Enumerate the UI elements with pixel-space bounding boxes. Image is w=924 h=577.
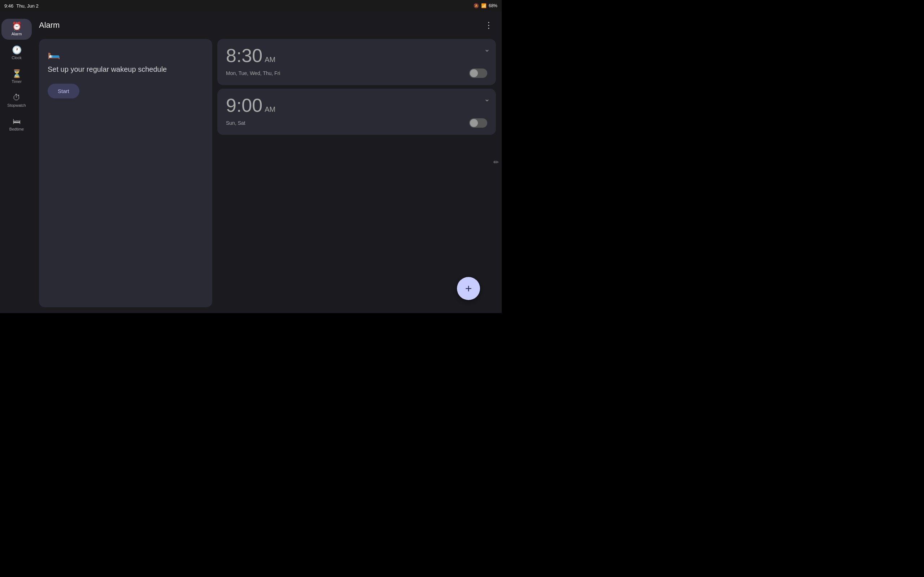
page-header: Alarm ⋮ [39,17,496,35]
main-content: Alarm ⋮ 🛏️ Set up your regular wakeup sc… [33,11,502,313]
app-container: ⏰ Alarm 🕐 Clock ⏳ Timer ⏱ Stopwatch 🛏 Be… [0,11,502,313]
stopwatch-icon: ⏱ [13,94,21,102]
sidebar: ⏰ Alarm 🕐 Clock ⏳ Timer ⏱ Stopwatch 🛏 Be… [0,11,33,313]
alarm-1-expand-icon[interactable]: ⌄ [484,45,490,53]
alarm-card-2: ⌄ 9:00 AM Sun, Sat [217,89,496,135]
sidebar-label-bedtime: Bedtime [10,127,24,131]
sidebar-item-alarm[interactable]: ⏰ Alarm [2,19,32,40]
alarm-1-toggle[interactable] [469,69,487,78]
start-button[interactable]: Start [48,84,79,98]
alarm-1-time: 8:30 [226,46,262,65]
alarm-2-expand-icon[interactable]: ⌄ [484,95,490,103]
sidebar-item-stopwatch[interactable]: ⏱ Stopwatch [2,90,32,111]
wakeup-text: Set up your regular wakeup schedule [48,65,204,74]
sidebar-item-clock[interactable]: 🕐 Clock [2,43,32,63]
content-area: 🛏️ Set up your regular wakeup schedule S… [39,39,496,307]
sidebar-label-clock: Clock [11,56,22,60]
alarm-1-time-display: 8:30 AM [226,46,487,65]
alarm-1-toggle-knob [470,69,478,77]
alarm-2-days: Sun, Sat [226,120,246,126]
alarm-2-toggle-knob [470,119,478,127]
add-alarm-fab[interactable]: + [457,277,480,300]
wakeup-bed-icon: 🛏️ [48,48,204,60]
mute-icon: 🔕 [473,3,479,8]
timer-icon: ⏳ [12,70,22,78]
sidebar-item-bedtime[interactable]: 🛏 Bedtime [2,114,32,135]
clock-icon: 🕐 [12,46,22,54]
status-right: 🔕 📶 68% [473,3,498,8]
bedtime-icon: 🛏 [13,118,21,126]
status-time: 9:46 [4,3,13,9]
status-date: Thu, Jun 2 [16,3,38,9]
more-menu-icon[interactable]: ⋮ [481,19,496,32]
sidebar-label-alarm: Alarm [11,32,22,36]
alarm-2-time: 9:00 [226,96,262,115]
alarm-icon: ⏰ [12,23,22,30]
wakeup-card: 🛏️ Set up your regular wakeup schedule S… [39,39,212,307]
sidebar-item-timer[interactable]: ⏳ Timer [2,66,32,87]
alarm-2-toggle[interactable] [469,118,487,128]
alarm-2-time-display: 9:00 AM [226,96,487,115]
status-bar: 9:46 Thu, Jun 2 🔕 📶 68% [0,0,502,11]
alarm-1-footer: Mon, Tue, Wed, Thu, Fri [226,69,487,78]
alarm-2-ampm: AM [265,106,275,113]
status-left: 9:46 Thu, Jun 2 [4,3,39,9]
sidebar-label-timer: Timer [11,79,22,84]
alarm-1-ampm: AM [265,56,275,63]
alarm-1-days: Mon, Tue, Wed, Thu, Fri [226,70,280,76]
alarm-2-footer: Sun, Sat [226,118,487,128]
page-title: Alarm [39,21,60,30]
alarms-column: ⌄ 8:30 AM Mon, Tue, Wed, Thu, Fri ⌄ [217,39,496,307]
edit-icon[interactable]: ✏ [493,158,499,166]
battery-label: 68% [489,3,498,8]
wifi-icon: 📶 [481,3,486,8]
sidebar-label-stopwatch: Stopwatch [7,103,26,108]
alarm-card-1: ⌄ 8:30 AM Mon, Tue, Wed, Thu, Fri [217,39,496,85]
